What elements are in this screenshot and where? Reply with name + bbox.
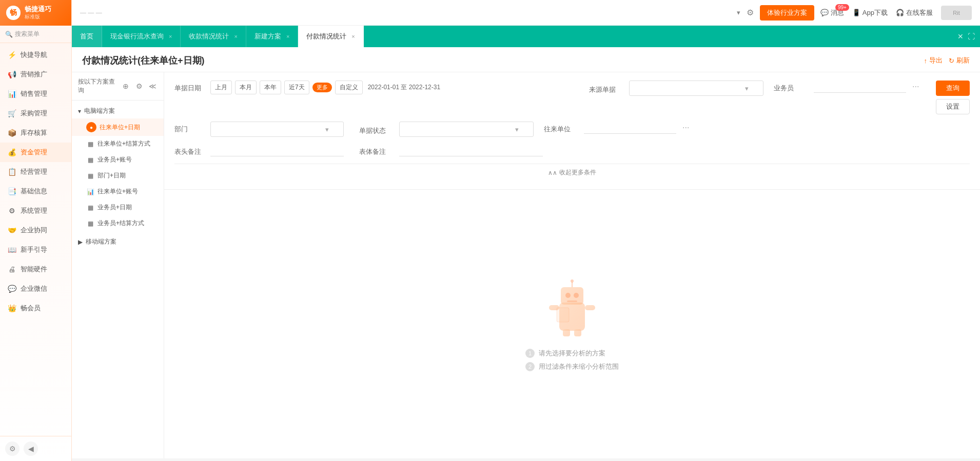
tip-text-2: 用过滤条件来缩小分析范围 (539, 362, 619, 371)
scheme-unit-date[interactable]: ● 往来单位+日期 (72, 118, 164, 136)
dept-arrow: ▾ (325, 126, 329, 133)
logo-version: 标准版 (25, 13, 51, 21)
user-avatar[interactable]: Rit (941, 6, 972, 20)
topbar-right: 💬 消息 99+ 📱 App下载 🎧 在线客服 Rit (820, 6, 972, 20)
staff-more-btn[interactable]: ··· (910, 82, 921, 91)
scheme-staff-date[interactable]: ▦ 业务员+日期 (72, 199, 164, 215)
pc-group-title[interactable]: ▾ 电脑端方案 (72, 104, 164, 118)
mobile-group-title[interactable]: ▶ 移动端方案 (72, 234, 164, 249)
panel-collapse-btn[interactable]: ≪ (147, 81, 158, 91)
sidebar-item-basic-info[interactable]: 📑 基础信息 (0, 182, 71, 201)
topbar-dropdown-icon[interactable]: ▾ (737, 9, 740, 16)
collapse-btn[interactable]: ◀ (24, 442, 38, 456)
sales-icon: 📊 (7, 89, 16, 98)
sidebar-item-operation[interactable]: 📋 经营管理 (0, 162, 71, 182)
partner-input[interactable] (584, 122, 676, 134)
date-last-month-btn[interactable]: 上月 (210, 81, 232, 94)
tab-new-scheme[interactable]: 新建方案 × (246, 26, 298, 47)
system-icon: ⚙ (7, 206, 16, 215)
scheme-unit-account[interactable]: 📊 往来单位+账号 (72, 184, 164, 199)
tab-bank-close[interactable]: × (169, 33, 172, 39)
sidebar-item-guide[interactable]: 📖 新手引导 (0, 240, 71, 259)
scheme-grid-icon5: ▦ (86, 219, 94, 228)
date-7days-btn[interactable]: 近7天 (284, 81, 309, 94)
scheme-grid-icon: ▦ (86, 140, 94, 148)
source-dropdown[interactable]: ▾ (629, 81, 763, 96)
date-this-year-btn[interactable]: 本年 (260, 81, 281, 94)
scheme-unit-settlement[interactable]: ▦ 往来单位+结算方式 (72, 136, 164, 152)
sidebar-item-label: 企业协同 (21, 226, 47, 235)
tab-payment[interactable]: 付款情况统计 × (298, 26, 363, 47)
docstatus-dropdown[interactable]: ▾ (399, 122, 534, 137)
collapse-filter-btn[interactable]: ∧∧ 收起更多条件 (174, 164, 970, 181)
sidebar-item-hardware[interactable]: 🖨 智能硬件 (0, 259, 71, 279)
scheme-settings-btn[interactable]: ⚙ (134, 81, 144, 91)
body-note-label: 表体备注 (359, 144, 395, 156)
sidebar-item-quick-nav[interactable]: ⚡ 快捷导航 (0, 45, 71, 65)
staff-input[interactable] (814, 81, 906, 93)
header-note-label: 表头备注 (174, 144, 210, 156)
online-service-label: 在线客服 (906, 8, 933, 17)
mobile-group-arrow: ▶ (78, 238, 83, 246)
source-arrow: ▾ (745, 85, 749, 92)
tab-new-scheme-close[interactable]: × (286, 33, 289, 39)
sidebar-item-vip[interactable]: 👑 畅会员 (0, 298, 71, 318)
sidebar-item-system[interactable]: ⚙ 系统管理 (0, 201, 71, 221)
tab-payment-close[interactable]: × (351, 33, 355, 39)
partner-more-btn[interactable]: ··· (680, 123, 691, 132)
filter-area: 单据日期 上月 本月 本年 近7天 更多 自定义 2022-01-01 至 20… (164, 72, 980, 190)
sidebar-item-purchase[interactable]: 🛒 采购管理 (0, 104, 71, 123)
finance-icon: 💰 (7, 148, 16, 157)
topbar-settings-icon[interactable]: ⚙ (747, 8, 754, 17)
empty-tips: 1 请先选择要分析的方案 2 用过滤条件来缩小分析范围 (525, 349, 619, 371)
search-trigger[interactable]: 🔍 搜索菜单 (5, 30, 66, 38)
hardware-icon: 🖨 (7, 265, 16, 274)
tab-expand-btn[interactable]: ⛶ (968, 32, 975, 41)
online-service-btn[interactable]: 🎧 在线客服 (896, 8, 933, 17)
logo-name: 畅捷通巧 (25, 5, 51, 13)
refresh-btn[interactable]: ↻ 刷新 (949, 56, 970, 65)
sidebar-item-label: 销售管理 (21, 89, 47, 98)
sidebar-item-sales[interactable]: 📊 销售管理 (0, 84, 71, 104)
date-more-btn[interactable]: 更多 (312, 83, 332, 92)
sidebar-item-finance[interactable]: 💰 资金管理 (0, 143, 71, 162)
sidebar-search-area[interactable]: 🔍 搜索菜单 (0, 26, 71, 43)
add-scheme-btn[interactable]: ⊕ (121, 81, 131, 91)
page-title: 付款情况统计(往来单位+日期) (82, 54, 205, 67)
export-btn[interactable]: ↑ 导出 (924, 56, 943, 65)
sidebar-item-marketing[interactable]: 📢 营销推广 (0, 65, 71, 84)
scheme-staff-settlement[interactable]: ▦ 业务员+结算方式 (72, 215, 164, 231)
tab-home[interactable]: 首页 (72, 26, 102, 47)
sidebar-item-wechat[interactable]: 💬 企业微信 (0, 279, 71, 298)
scheme-dept-date[interactable]: ▦ 部门+日期 (72, 168, 164, 184)
header-note-input[interactable] (210, 144, 344, 156)
refresh-icon: ↻ (949, 57, 954, 65)
scheme-grid-icon2: ▦ (86, 156, 94, 164)
notice-btn[interactable]: 💬 消息 99+ (820, 8, 844, 17)
scheme-staff-account[interactable]: ▦ 业务员+账号 (72, 152, 164, 168)
sidebar-item-label: 基础信息 (21, 187, 47, 196)
docstatus-label: 单据状态 (359, 123, 395, 135)
body-note-input[interactable] (399, 144, 543, 156)
empty-tip-2: 2 用过滤条件来缩小分析范围 (525, 362, 619, 371)
tab-collection-close[interactable]: × (234, 33, 237, 39)
sidebar-logo: 畅 畅捷通巧 标准版 (0, 0, 71, 26)
date-this-month-btn[interactable]: 本月 (235, 81, 257, 94)
date-custom-btn[interactable]: 自定义 (335, 81, 363, 94)
tab-bank[interactable]: 现金银行流水查询 × (102, 26, 181, 47)
operation-icon: 📋 (7, 167, 16, 176)
left-panel-actions: ⊕ ⚙ ≪ (121, 81, 158, 91)
dept-dropdown[interactable]: ▾ (210, 122, 344, 137)
settings-bottom-btn[interactable]: ⚙ (5, 442, 19, 456)
query-btn[interactable]: 查询 (936, 81, 970, 96)
staff-label: 业务员 (774, 81, 810, 93)
sidebar-item-inventory[interactable]: 📦 库存核算 (0, 123, 71, 143)
tab-close-all-btn[interactable]: ✕ (957, 32, 964, 41)
trial-btn[interactable]: 体验行业方案 (760, 5, 814, 21)
app-download-btn[interactable]: 📱 App下载 (852, 8, 888, 17)
tab-collection[interactable]: 收款情况统计 × (181, 26, 246, 47)
sidebar-item-collab[interactable]: 🤝 企业协同 (0, 221, 71, 240)
settings-btn[interactable]: 设置 (936, 99, 970, 114)
svg-rect-11 (557, 308, 569, 322)
tabbar: 首页 现金银行流水查询 × 收款情况统计 × 新建方案 × 付款情况统计 × ✕… (72, 26, 980, 47)
